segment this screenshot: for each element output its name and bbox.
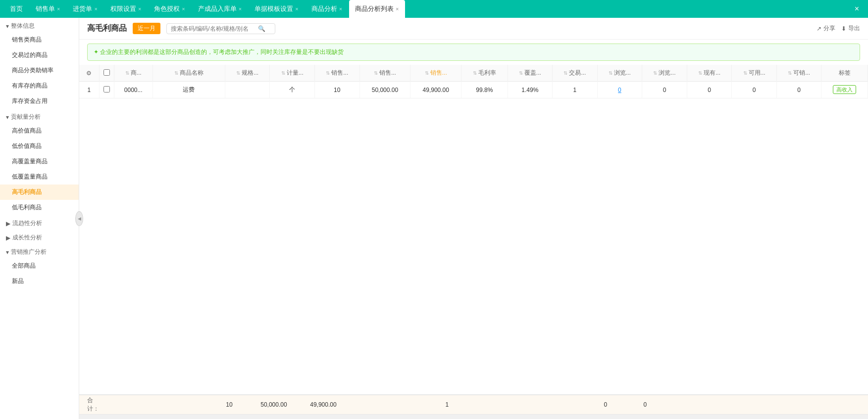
total-sales-profit: 49,900.00 <box>299 401 348 408</box>
cell-saleable-stock: 0 <box>776 82 821 98</box>
cell-sales-qty: 10 <box>315 82 360 98</box>
nav-tab-purchase[interactable]: 进货单 × <box>67 0 103 18</box>
sidebar-collapse-handle[interactable]: ◀ <box>75 211 83 226</box>
col-browse2[interactable]: ⇅浏览... <box>642 65 687 82</box>
header-actions: ↗ 分享 ⬇ 导出 <box>817 24 860 33</box>
sidebar-group-trend[interactable]: ▶ 流趋性分析 <box>0 215 79 230</box>
col-current-stock[interactable]: ⇅现有... <box>687 65 732 82</box>
col-settings[interactable]: ⚙ <box>79 65 99 82</box>
cell-sales-amount: 50,000.00 <box>359 82 410 98</box>
total-saleable-stock: 0 <box>625 401 665 408</box>
window-controls: × <box>850 4 864 13</box>
close-goods-analysis-tab[interactable]: × <box>339 6 342 12</box>
sidebar-item-low-value[interactable]: 低价值商品 <box>0 139 79 154</box>
close-goods-analysis-list-tab[interactable]: × <box>396 6 399 12</box>
row-checkbox[interactable] <box>103 86 110 93</box>
search-icon[interactable]: 🔍 <box>258 25 265 32</box>
sidebar-item-sales-goods[interactable]: 销售类商品 <box>0 32 79 47</box>
search-box[interactable]: 🔍 <box>166 23 275 34</box>
chevron-down-icon-3: ▾ <box>6 249 9 256</box>
col-unit[interactable]: ⇅计量... <box>270 65 315 82</box>
nav-tab-sales[interactable]: 销售单 × <box>30 0 66 18</box>
sidebar-group-growth[interactable]: ▶ 成长性分析 <box>0 230 79 244</box>
cell-unit: 个 <box>270 82 315 98</box>
col-sales-profit[interactable]: ⇅销售... <box>410 65 461 82</box>
col-sales-qty[interactable]: ⇅销售... <box>315 65 360 82</box>
col-checkbox <box>99 65 114 82</box>
search-input[interactable] <box>171 25 255 32</box>
cell-sales-profit: 49,900.00 <box>410 82 461 98</box>
cell-browse1[interactable]: 0 <box>597 82 642 98</box>
sidebar-item-new-goods[interactable]: 新品 <box>0 274 79 289</box>
sidebar-wrapper: ▾ 整体信息 销售类商品 交易过的商品 商品分类助销率 有库存的商品 库存资金占… <box>0 18 79 419</box>
page-title: 高毛利商品 <box>87 23 127 34</box>
col-available-stock[interactable]: ⇅可用... <box>732 65 777 82</box>
close-product-inbound-tab[interactable]: × <box>239 6 242 12</box>
cell-no: 1 <box>79 82 99 98</box>
cell-current-stock: 0 <box>687 82 732 98</box>
select-all-checkbox[interactable] <box>103 69 110 76</box>
nav-tab-product-inbound[interactable]: 产成品入库单 × <box>192 0 248 18</box>
nav-tab-goods-analysis[interactable]: 商品分析 × <box>306 0 348 18</box>
col-browse1[interactable]: ⇅浏览... <box>597 65 642 82</box>
export-icon: ⬇ <box>841 25 846 32</box>
info-banner: ✦ 企业的主要的利润都是这部分商品创造的，可考虑加大推广，同时关注库存量是不要出… <box>87 44 860 61</box>
top-navigation: 首页 销售单 × 进货单 × 权限设置 × 角色授权 × 产成品入库单 × 单据… <box>0 0 868 18</box>
sidebar-item-stock-capital[interactable]: 库存资金占用 <box>0 93 79 109</box>
nav-tab-home[interactable]: 首页 <box>4 0 29 18</box>
cell-code: 0000... <box>114 82 153 98</box>
col-gross-margin[interactable]: ⇅毛利率 <box>461 65 508 82</box>
sidebar-item-category-rate[interactable]: 商品分类助销率 <box>0 63 79 78</box>
sidebar-item-high-margin[interactable]: 高毛利商品 <box>0 185 79 200</box>
nav-tab-permission[interactable]: 权限设置 × <box>104 0 147 18</box>
cell-browse2: 0 <box>642 82 687 98</box>
chevron-right-icon: ▶ <box>6 220 10 227</box>
total-sales-amount: 50,000.00 <box>249 401 299 408</box>
close-role-tab[interactable]: × <box>182 6 185 12</box>
col-tag[interactable]: 标签 <box>821 65 868 82</box>
main-layout: ▾ 整体信息 销售类商品 交易过的商品 商品分类助销率 有库存的商品 库存资金占… <box>0 18 868 419</box>
col-sales-amount[interactable]: ⇅销售... <box>359 65 410 82</box>
nav-tab-goods-analysis-list[interactable]: 商品分析列表 × <box>349 0 405 18</box>
table-header-row: ⚙ ⇅商... ⇅商品名称 ⇅规格... ⇅计量... ⇅销售... ⇅销售..… <box>79 65 868 82</box>
col-spec[interactable]: ⇅规格... <box>225 65 270 82</box>
export-button[interactable]: ⬇ 导出 <box>841 24 860 33</box>
col-code[interactable]: ⇅商... <box>114 65 153 82</box>
sidebar-item-high-coverage[interactable]: 高覆盖量商品 <box>0 154 79 169</box>
close-purchase-tab[interactable]: × <box>94 6 97 12</box>
sidebar-item-in-stock[interactable]: 有库存的商品 <box>0 78 79 93</box>
table-container: ⚙ ⇅商... ⇅商品名称 ⇅规格... ⇅计量... ⇅销售... ⇅销售..… <box>79 65 868 394</box>
cell-checkbox[interactable] <box>99 82 114 98</box>
sidebar-item-high-value[interactable]: 高价值商品 <box>0 123 79 139</box>
col-saleable-stock[interactable]: ⇅可销... <box>776 65 821 82</box>
footer-total: 合计： 10 50,000.00 49,900.00 1 0 0 <box>79 394 868 414</box>
share-button[interactable]: ↗ 分享 <box>817 24 835 33</box>
sidebar-group-overall[interactable]: ▾ 整体信息 <box>0 18 79 32</box>
close-sales-tab[interactable]: × <box>57 6 60 12</box>
sidebar-group-marketing[interactable]: ▾ 营销推广分析 <box>0 244 79 258</box>
col-transaction[interactable]: ⇅交易... <box>553 65 598 82</box>
col-name[interactable]: ⇅商品名称 <box>153 65 225 82</box>
filter-period-button[interactable]: 近一月 <box>133 23 160 34</box>
content-area: 高毛利商品 近一月 🔍 ↗ 分享 ⬇ 导出 ✦ 企业的主要的利润都是这部分商品创… <box>79 18 868 419</box>
nav-tab-template[interactable]: 单据模板设置 × <box>249 0 304 18</box>
cell-name: 运费 <box>153 82 225 98</box>
nav-tab-role[interactable]: 角色授权 × <box>148 0 191 18</box>
close-template-tab[interactable]: × <box>295 6 298 12</box>
sidebar-group-contribution[interactable]: ▾ 贡献量分析 <box>0 109 79 123</box>
chevron-right-icon-2: ▶ <box>6 234 10 241</box>
info-banner-text: ✦ 企业的主要的利润都是这部分商品创造的，可考虑加大推广，同时关注库存量是不要出… <box>94 48 344 56</box>
chevron-down-icon: ▾ <box>6 23 9 30</box>
table-row: 1 0000... 运费 个 10 50,000.00 49,900.00 99… <box>79 82 868 98</box>
window-close-button[interactable]: × <box>850 4 864 13</box>
sidebar-item-traded-goods[interactable]: 交易过的商品 <box>0 47 79 63</box>
sidebar-item-all-goods[interactable]: 全部商品 <box>0 258 79 274</box>
total-values: 10 50,000.00 49,900.00 1 0 0 <box>110 401 860 408</box>
sidebar-item-low-coverage[interactable]: 低覆盖量商品 <box>0 169 79 185</box>
total-transaction: 1 <box>427 401 467 408</box>
col-coverage[interactable]: ⇅覆盖... <box>508 65 553 82</box>
sidebar-item-low-margin[interactable]: 低毛利商品 <box>0 200 79 215</box>
bottom-scrollbar[interactable] <box>79 414 868 419</box>
close-permission-tab[interactable]: × <box>138 6 141 12</box>
cell-spec <box>225 82 270 98</box>
